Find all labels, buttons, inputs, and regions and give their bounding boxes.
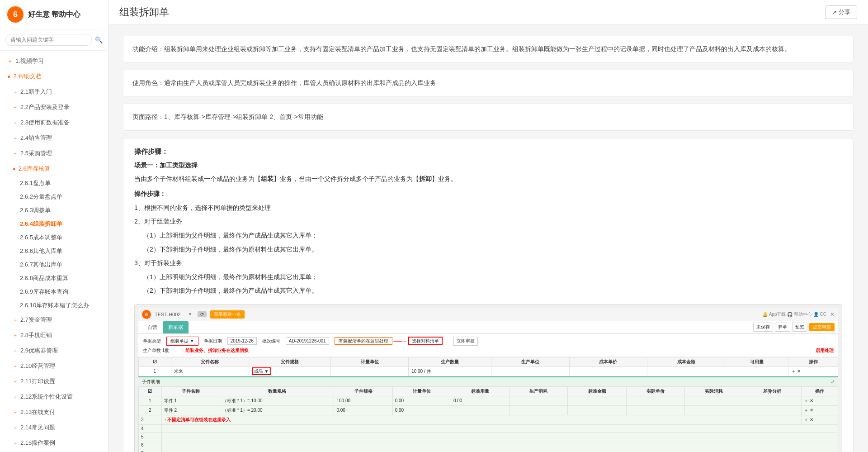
sidebar-item-online-pay[interactable]: ＋2.13在线支付 bbox=[0, 404, 108, 420]
intro-box: 功能介绍：组装拆卸单用来处理企业组装或拆卸等加工业务，支持有固定装配清单的产品加… bbox=[123, 36, 854, 62]
sidebar-item-newbie[interactable]: ＋2.1新手入门 bbox=[0, 84, 108, 100]
sim-bom-arrow: ——→ bbox=[393, 338, 407, 343]
sim-confirm-btn[interactable]: 提交审核 bbox=[809, 323, 835, 331]
ltd-seq4: 4 bbox=[139, 424, 162, 433]
sim-date-label: 单据日期 bbox=[204, 338, 222, 344]
sidebar-item-operations[interactable]: ＋2.10经营管理 bbox=[0, 358, 108, 374]
sim-preview-btn[interactable]: 预览 bbox=[792, 323, 807, 332]
sidebar-item-cost-adjust[interactable]: 2.6.5成本调整单 bbox=[0, 231, 108, 244]
ops-title: 操作步骤： bbox=[134, 147, 842, 156]
nav-label: 1.视频学习 bbox=[15, 57, 44, 65]
sim-form-row1: 单据类型 组装单据 ▼ 单据日期 2019-12-26 批次编号 AD-2019… bbox=[143, 337, 834, 346]
plus-icon: ＋ bbox=[13, 363, 18, 370]
sidebar-item-install[interactable]: ＋2.2产品安装及登录 bbox=[0, 100, 108, 115]
sidebar-item-print[interactable]: ＋2.11打印设置 bbox=[0, 374, 108, 389]
sim-dropdown: ▼ bbox=[188, 312, 192, 317]
sidebar-item-inventory[interactable]: ●2.6库存核算 bbox=[0, 161, 108, 176]
search-button[interactable]: 🔍 bbox=[95, 36, 103, 43]
sim-save-btn[interactable]: 未保存 bbox=[753, 323, 773, 332]
td-avail1 bbox=[725, 366, 788, 376]
sim-bom-select[interactable]: 选择对料清单 bbox=[408, 337, 443, 345]
sim-expand-btn[interactable]: ⤢ bbox=[831, 379, 835, 384]
search-input[interactable] bbox=[5, 34, 92, 46]
intro-label: 功能介绍： bbox=[132, 45, 164, 52]
sidebar-item-stocktake[interactable]: 2.6.1盘点单 bbox=[0, 176, 108, 190]
share-button[interactable]: ↗ 分享 bbox=[825, 5, 857, 19]
sim-delete-btn[interactable]: 弃单 bbox=[775, 323, 790, 332]
plus-icon: ＋ bbox=[13, 104, 18, 111]
th-cost-amt: 成本金额 bbox=[647, 357, 725, 366]
lth-spec: 子件规格 bbox=[334, 386, 392, 396]
th-ops: 操作 bbox=[788, 357, 838, 366]
plus-icon: ＋ bbox=[13, 119, 18, 126]
sim-lower-row6: 6 bbox=[139, 441, 838, 449]
sidebar-item-cost-recalc[interactable]: 2.6.8商品成本重算 bbox=[0, 271, 108, 285]
lth-check: ☑ bbox=[139, 386, 162, 396]
role-box: 使用角色：通常由生产人员或库管人员完成拆装业务的操作，库管人员确认原材料的出库和… bbox=[123, 70, 854, 96]
sim-new-btn: 我要新建一条 bbox=[210, 310, 245, 319]
th-prod-unit: 生产单位 bbox=[491, 357, 569, 366]
sim-anno4: 启用处理 bbox=[816, 347, 834, 354]
sidebar-item-faq[interactable]: ＋2.14常见问题 bbox=[0, 420, 108, 435]
ltd-empty7 bbox=[161, 449, 838, 452]
sim-upper-thead: ☑ 父件名称 父件规格 计量单位 生产数量 生产单位 成本单价 成本金额 可用量 bbox=[139, 357, 838, 366]
sidebar-item-assembly[interactable]: 2.6.4组装拆卸单 bbox=[0, 217, 108, 231]
ltd-unit1: 0.00 bbox=[392, 396, 451, 405]
sim-tab-ziying[interactable]: 自营 bbox=[142, 321, 163, 333]
sim-type-select[interactable]: 组装单据 ▼ bbox=[166, 337, 198, 346]
sim-date-field: 2019-12-26 bbox=[227, 337, 257, 345]
lth-std-qty: 标准用量 bbox=[451, 386, 509, 396]
sidebar-item-purchase[interactable]: ＋2.5采购管理 bbox=[0, 146, 108, 161]
ltd-std1: 0.00 bbox=[451, 396, 509, 405]
sidebar-item-other-out[interactable]: 2.6.7其他出库单 bbox=[0, 258, 108, 271]
path-text: 页面路径：1、库存核算->库存管理->组装拆卸单 2、首页->常用功能 bbox=[132, 111, 844, 123]
sidebar-item-other-in[interactable]: 2.6.6其他入库单 bbox=[0, 244, 108, 258]
sim-tab-new[interactable]: 新单据 bbox=[163, 321, 189, 333]
plus-icon: ＋ bbox=[13, 332, 18, 339]
ltd-name1: 零件 1 bbox=[161, 396, 220, 405]
scenario1-desc: 当由多个子件材料组装成一个成品的业务为【组装】业务，当由一个父件拆分成多个子产品… bbox=[134, 173, 842, 185]
sim-bom-btn[interactable]: 有装配清单的在这里处理 bbox=[335, 337, 392, 345]
minus-icon: ● bbox=[13, 166, 16, 171]
ltd-diff2 bbox=[743, 405, 802, 415]
sidebar-item-stock-check[interactable]: 2.6.9库存账本查询 bbox=[0, 285, 108, 299]
nav-label: 2.10经营管理 bbox=[20, 362, 55, 370]
ltd-qty2: （标准 * 1）= 20.00 bbox=[220, 405, 334, 415]
minus-icon: ● bbox=[7, 73, 10, 80]
plus-icon: ＋ bbox=[13, 424, 18, 431]
logo-icon: 6 bbox=[7, 6, 24, 23]
screenshot-container: 6 TEST-H002 ▼ ⟳ 我要新建一条 🔔 App下载 🎧 帮助中心 👤 … bbox=[134, 304, 842, 452]
sim-orderno-field: AD-20191226-001 bbox=[286, 337, 329, 345]
sidebar-item-sales[interactable]: ＋2.4销售管理 bbox=[0, 130, 108, 146]
sidebar-item-system[interactable]: ＋2.12系统个性化设置 bbox=[0, 389, 108, 404]
sidebar-item-stock-error[interactable]: 2.6.10库存账本错了怎么办 bbox=[0, 299, 108, 312]
search-box[interactable]: 🔍 bbox=[0, 29, 108, 51]
ltd-ops2: ＋ ✕ bbox=[802, 405, 838, 415]
sim-confirm-field[interactable]: 立即审核 bbox=[453, 337, 478, 346]
sidebar-item-coupon[interactable]: ＋2.9优惠券管理 bbox=[0, 343, 108, 358]
lth-act-price: 实际单价 bbox=[626, 386, 684, 396]
sidebar-item-finance[interactable]: ＋2.7资金管理 bbox=[0, 312, 108, 328]
sidebar-item-video[interactable]: ＋1.视频学习 bbox=[0, 53, 108, 69]
nav-label: 2.7资金管理 bbox=[20, 316, 52, 324]
scenario1-title: 场景一：加工类型选择 bbox=[134, 162, 842, 170]
plus-icon: ＋ bbox=[13, 440, 18, 447]
nav-label: 2.5采购管理 bbox=[20, 149, 52, 157]
sim-orderno-label: 批次编号 bbox=[262, 338, 280, 344]
sidebar-item-adjust[interactable]: 2.6.3调拨单 bbox=[0, 204, 108, 217]
sim-lower-table: ☑ 子件名称 数量规格 子件规格 计量单位 标准用量 生产消耗 标准金额 实际单… bbox=[138, 386, 838, 452]
td-parent-spec1: 成品 ▼ bbox=[249, 366, 330, 376]
th-parent-name: 父件名称 bbox=[171, 357, 249, 366]
sidebar-item-cases[interactable]: ＋2.15操作案例 bbox=[0, 435, 108, 451]
sim-num-label: 生产单数 1批 bbox=[143, 347, 169, 354]
sidebar-item-mobile[interactable]: ＋2.8手机旺铺 bbox=[0, 328, 108, 343]
ltd-diff1 bbox=[743, 396, 802, 405]
td-qty1: 10.00 / 件 bbox=[409, 366, 491, 376]
nav-label: 2.12系统个性化设置 bbox=[20, 393, 73, 401]
sidebar-item-split-stock[interactable]: 2.6.2分量盘点单 bbox=[0, 190, 108, 204]
sidebar-item-data-prep[interactable]: ＋2.3使用前数据准备 bbox=[0, 115, 108, 130]
ltd-empty5 bbox=[161, 433, 838, 441]
ltd-stdamt2 bbox=[568, 405, 626, 415]
sidebar-item-docs[interactable]: ●2.帮助文档 bbox=[0, 69, 108, 84]
plus-icon: ＋ bbox=[13, 317, 18, 324]
